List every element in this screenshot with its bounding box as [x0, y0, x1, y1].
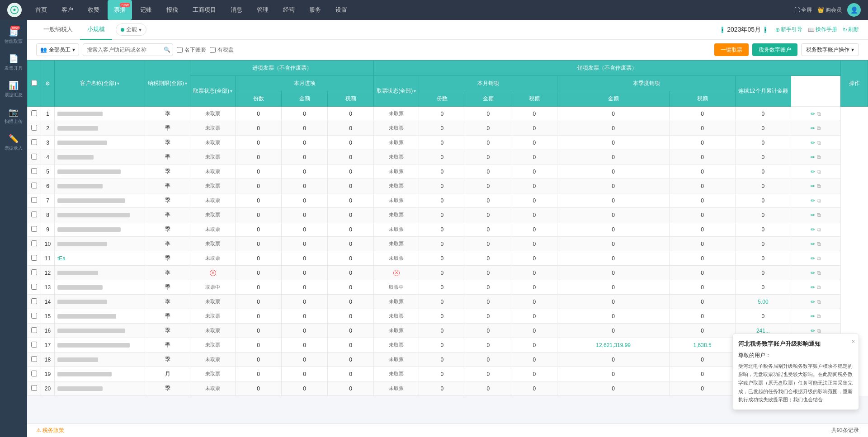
- row-checkbox[interactable]: [31, 226, 37, 232]
- one-key-ticket-btn[interactable]: 一键取票: [714, 43, 749, 56]
- quota-filter-icon[interactable]: ▾: [185, 81, 187, 86]
- row-checkbox[interactable]: [31, 371, 37, 376]
- refresh-btn[interactable]: ↻ 刷新: [843, 26, 859, 33]
- copy-icon[interactable]: ⧉: [817, 169, 821, 175]
- member-btn[interactable]: 👑 购会员: [817, 6, 842, 14]
- row-checkbox[interactable]: [31, 385, 37, 391]
- sidebar-item-scan[interactable]: 📷 扫描上传: [2, 103, 25, 128]
- nav-operation[interactable]: 经营: [277, 0, 301, 20]
- copy-icon[interactable]: ⧉: [817, 212, 821, 218]
- copy-icon[interactable]: ⧉: [817, 111, 821, 117]
- row-client-name[interactable]: [55, 193, 145, 208]
- settings-icon[interactable]: ⚙: [45, 80, 50, 87]
- row-client-name[interactable]: [55, 266, 145, 280]
- copy-icon[interactable]: ⧉: [817, 328, 821, 334]
- search-icon-btn[interactable]: 🔍: [164, 47, 170, 53]
- row-client-name[interactable]: [55, 295, 145, 309]
- nav-manage[interactable]: 管理: [250, 0, 275, 20]
- row-client-name[interactable]: [55, 338, 145, 352]
- row-client-name[interactable]: [55, 150, 145, 164]
- copy-icon[interactable]: ⧉: [817, 299, 821, 305]
- row-checkbox[interactable]: [31, 168, 37, 174]
- edit-icon[interactable]: ✏: [811, 270, 815, 276]
- edit-icon[interactable]: ✏: [811, 212, 815, 218]
- row-checkbox[interactable]: [31, 356, 37, 362]
- nav-business[interactable]: 工商项目: [186, 0, 222, 20]
- fetch-status1-filter-icon[interactable]: ▾: [230, 89, 232, 94]
- copy-icon[interactable]: ⧉: [817, 183, 821, 189]
- client-filter-icon[interactable]: ▾: [117, 81, 119, 86]
- nav-tax[interactable]: 报税: [160, 0, 184, 20]
- sidebar-item-smart-ticket[interactable]: 🧾 new 智能取票: [2, 23, 25, 48]
- row-checkbox[interactable]: [31, 284, 37, 290]
- edit-icon[interactable]: ✏: [811, 125, 815, 132]
- row-checkbox[interactable]: [31, 298, 37, 304]
- row-checkbox[interactable]: [31, 110, 37, 116]
- edit-icon[interactable]: ✏: [811, 299, 815, 305]
- row-checkbox[interactable]: [31, 139, 37, 145]
- row-client-name[interactable]: [55, 237, 145, 251]
- nav-invoice[interactable]: 票据 new: [108, 0, 132, 20]
- nav-accounting[interactable]: 记账: [134, 0, 158, 20]
- row-client-name[interactable]: [55, 352, 145, 367]
- nav-client[interactable]: 客户: [55, 0, 80, 20]
- quanju-btn[interactable]: 全能 ▾: [116, 23, 146, 36]
- row-checkbox[interactable]: [31, 154, 37, 160]
- tax-policy-link[interactable]: ⚠ 税务政策: [36, 427, 64, 434]
- copy-icon[interactable]: ⧉: [817, 313, 821, 320]
- notification-close-btn[interactable]: ×: [852, 338, 855, 346]
- app-logo[interactable]: [7, 3, 22, 17]
- copy-icon[interactable]: ⧉: [817, 255, 821, 262]
- row-client-name[interactable]: [55, 222, 145, 237]
- row-checkbox[interactable]: [31, 342, 37, 348]
- row-client-name[interactable]: [55, 107, 145, 121]
- fetch-status2-filter-icon[interactable]: ▾: [414, 89, 416, 94]
- row-checkbox[interactable]: [31, 269, 37, 275]
- nav-home[interactable]: 首页: [29, 0, 53, 20]
- row-checkbox[interactable]: [31, 211, 37, 217]
- row-client-name[interactable]: tEa: [55, 251, 145, 266]
- row-checkbox[interactable]: [31, 255, 37, 261]
- tab-general-taxpayer[interactable]: 一般纳税人: [36, 20, 80, 40]
- row-checkbox[interactable]: [31, 327, 37, 333]
- employee-select[interactable]: 👥 全部员工 ▾: [36, 43, 79, 56]
- copy-icon[interactable]: ⧉: [817, 226, 821, 233]
- date-next-btn[interactable]: ›: [764, 27, 766, 33]
- my-accounts-checkbox[interactable]: [177, 47, 183, 53]
- row-checkbox[interactable]: [31, 183, 37, 188]
- row-client-name[interactable]: [55, 208, 145, 222]
- edit-icon[interactable]: ✏: [811, 328, 815, 334]
- edit-icon[interactable]: ✏: [811, 183, 815, 189]
- date-prev-btn[interactable]: ‹: [722, 27, 723, 33]
- row-client-name[interactable]: [55, 136, 145, 150]
- edit-icon[interactable]: ✏: [811, 111, 815, 117]
- row-client-name[interactable]: [55, 121, 145, 136]
- user-avatar[interactable]: 👤: [847, 3, 861, 17]
- copy-icon[interactable]: ⧉: [817, 270, 821, 276]
- digital-account-dropdown-btn[interactable]: 税务数字账户操作 ▾: [801, 43, 859, 56]
- tab-small-scale[interactable]: 小规模: [80, 20, 112, 40]
- nav-message[interactable]: 消息: [224, 0, 249, 20]
- row-client-name[interactable]: [55, 367, 145, 381]
- sidebar-item-summary[interactable]: 📊 票据汇总: [2, 77, 25, 102]
- new-guide-btn[interactable]: ⊕ 新手引导: [775, 26, 802, 33]
- edit-icon[interactable]: ✏: [811, 140, 815, 146]
- row-checkbox[interactable]: [31, 125, 37, 131]
- row-client-name[interactable]: [55, 324, 145, 338]
- row-checkbox[interactable]: [31, 197, 37, 203]
- fullscreen-btn[interactable]: ⛶ 全屏: [794, 6, 812, 14]
- copy-icon[interactable]: ⧉: [817, 125, 821, 132]
- manual-btn[interactable]: 📖 操作手册: [808, 26, 837, 33]
- row-client-name[interactable]: [55, 179, 145, 193]
- edit-icon[interactable]: ✏: [811, 169, 815, 175]
- digital-account-btn[interactable]: 税务数字账户: [752, 43, 797, 56]
- copy-icon[interactable]: ⧉: [817, 140, 821, 146]
- copy-icon[interactable]: ⧉: [817, 197, 821, 204]
- row-checkbox[interactable]: [31, 240, 37, 246]
- copy-icon[interactable]: ⧉: [817, 284, 821, 291]
- row-client-name[interactable]: [55, 309, 145, 324]
- edit-icon[interactable]: ✏: [811, 255, 815, 262]
- edit-icon[interactable]: ✏: [811, 197, 815, 204]
- edit-icon[interactable]: ✏: [811, 241, 815, 247]
- edit-icon[interactable]: ✏: [811, 284, 815, 291]
